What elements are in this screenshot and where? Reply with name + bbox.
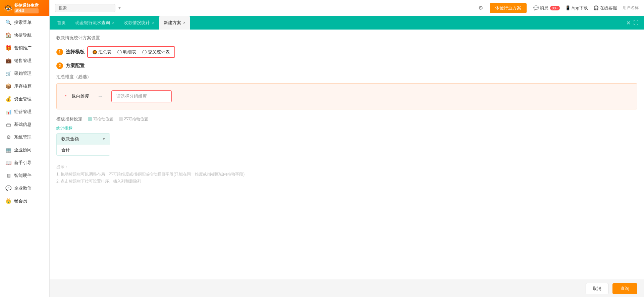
sidebar-item-label: 新手引导: [14, 160, 32, 166]
sidebar-item-label: 基础信息: [14, 121, 32, 128]
sidebar-item-smart-hw[interactable]: 🖥 智能硬件: [0, 169, 49, 182]
sidebar-item-marketing[interactable]: 🎁 营销推广: [0, 42, 49, 54]
template-detail-label: 明细表: [123, 49, 136, 55]
tip-item-2: 2. 点击标题栏下拉可设置排序、插入列和删除列: [56, 178, 637, 185]
nondraggable-badge: 不可拖动位置: [119, 116, 148, 122]
sidebar-item-enterprise[interactable]: 🏢 企业协同: [0, 144, 49, 156]
cancel-button[interactable]: 取消: [586, 283, 608, 294]
nondraggable-label: 不可拖动位置: [124, 116, 148, 122]
bottom-bar: 取消 查询: [50, 280, 644, 297]
metrics-table: 收款金额 ▾ 合计: [56, 133, 110, 156]
template-detail-option[interactable]: 明细表: [117, 49, 136, 55]
tab-bank-flow-close[interactable]: ×: [112, 20, 114, 25]
template-cross-label: 交叉统计表: [148, 49, 170, 55]
metrics-group-label: 统计指标: [56, 126, 637, 131]
username-display: 用户名称: [623, 5, 639, 11]
chat-icon: 💬: [5, 185, 11, 191]
sidebar-item-label: 搜索菜单: [14, 19, 32, 26]
metrics-chevron-icon[interactable]: ▾: [103, 137, 105, 141]
dimension-row: * 纵向维度 → 请选择分组维度: [65, 90, 629, 102]
tab-home[interactable]: 首页: [52, 16, 70, 30]
sidebar-item-label: 快捷导航: [14, 32, 32, 38]
metrics-header: 模板指标设定 可拖动位置 不可拖动位置: [56, 116, 637, 122]
close-window-button[interactable]: ✕: [626, 20, 631, 26]
headset-icon: 🎧: [593, 5, 599, 10]
tab-receipt-stats-close[interactable]: ×: [152, 20, 154, 25]
main-area: ▼ ⚙ 体验行业方案 💬 消息 99+ 📱 App下载 🎧 在线客服 用户名称 …: [50, 0, 644, 297]
template-cross-option[interactable]: 交叉统计表: [142, 49, 170, 55]
sidebar-item-label: 资金管理: [14, 96, 32, 102]
tab-new-plan-close[interactable]: ×: [183, 20, 185, 25]
template-summary-radio[interactable]: [93, 50, 97, 54]
sidebar-item-label: 企业协同: [14, 147, 32, 153]
logo-badge: 标准版: [14, 8, 39, 13]
monitor-icon: 🖥: [5, 173, 11, 179]
step1-badge: 1: [56, 49, 63, 55]
sidebar-item-funds[interactable]: 💰 资金管理: [0, 93, 49, 105]
sidebar-item-operations[interactable]: 📊 经营管理: [0, 105, 49, 118]
online-service-item[interactable]: 🎧 在线客服: [593, 5, 617, 11]
dimension-select[interactable]: 请选择分组维度: [111, 90, 172, 102]
tabbar: 首页 现金银行流水查询 × 收款情况统计 × 新建方案 × ✕ ⛶: [50, 16, 644, 30]
notification-badge: 99+: [550, 6, 560, 10]
sidebar-logo: 🐯 畅捷通好生意 标准版: [0, 0, 49, 16]
template-detail-radio[interactable]: [117, 50, 122, 54]
sidebar-item-inventory[interactable]: 📦 库存核算: [0, 80, 49, 93]
sidebar-item-label: 系统管理: [14, 134, 32, 140]
settings-icon[interactable]: ⚙: [478, 5, 483, 11]
draggable-indicator: [88, 117, 92, 121]
cart-icon: 🛒: [5, 70, 11, 77]
tab-receipt-stats[interactable]: 收款情况统计 ×: [119, 16, 159, 30]
sidebar-item-guide[interactable]: 📖 新手引导: [0, 156, 49, 169]
message-icon: 💬: [533, 5, 539, 10]
query-button[interactable]: 查询: [612, 283, 637, 294]
dimension-title: 汇总维度（必选）: [56, 74, 637, 80]
step2-label: 方案配置: [66, 63, 85, 69]
sidebar-item-sales[interactable]: 💼 销售管理: [0, 54, 49, 67]
db-icon: 🗃: [5, 122, 11, 128]
sidebar-item-search-menu[interactable]: 🔍 搜索菜单: [0, 16, 49, 29]
tab-home-label: 首页: [57, 20, 66, 26]
step1-label: 选择模板: [66, 49, 85, 55]
metrics-table-header[interactable]: 收款金额 ▾: [57, 134, 110, 144]
app-download-item[interactable]: 📱 App下载: [565, 5, 588, 11]
tab-new-plan-label: 新建方案: [164, 20, 181, 26]
sidebar-item-wechat[interactable]: 💬 企业微信: [0, 182, 49, 195]
maximize-window-button[interactable]: ⛶: [633, 20, 639, 26]
template-summary-option[interactable]: 汇总表: [93, 49, 111, 55]
template-cross-radio[interactable]: [142, 50, 147, 54]
sidebar-item-label: 企业微信: [14, 185, 32, 191]
sales-icon: 💼: [5, 58, 11, 64]
sidebar-item-sys-mgmt[interactable]: ⚙ 系统管理: [0, 131, 49, 144]
sidebar-item-purchase[interactable]: 🛒 采购管理: [0, 67, 49, 80]
config-section: 汇总维度（必选） * 纵向维度 → 请选择分组维度 模板指标设定: [56, 74, 637, 185]
industry-solution-button[interactable]: 体验行业方案: [490, 3, 527, 13]
crown-icon: 👑: [5, 198, 11, 204]
search-icon: 🔍: [5, 19, 11, 26]
logo-icon: 🐯: [4, 4, 12, 12]
tab-bank-flow[interactable]: 现金银行流水查询 ×: [70, 16, 119, 30]
tab-receipt-stats-label: 收款情况统计: [124, 20, 150, 26]
search-input[interactable]: [55, 4, 115, 12]
sidebar-item-label: 采购管理: [14, 70, 32, 77]
sidebar-item-base-info[interactable]: 🗃 基础信息: [0, 118, 49, 131]
box-icon: 📦: [5, 83, 11, 89]
home-icon: 🏠: [5, 32, 11, 38]
sidebar: 🐯 畅捷通好生意 标准版 🔍 搜索菜单 🏠 快捷导航 🎁 营销推广 💼 销售管理…: [0, 0, 50, 297]
dropdown-arrow-icon[interactable]: ▼: [117, 5, 122, 10]
draggable-badge: 可拖动位置: [88, 116, 113, 122]
money-icon: 💰: [5, 96, 11, 102]
gear-icon: ⚙: [5, 134, 11, 140]
dimension-placeholder: 请选择分组维度: [116, 94, 147, 99]
tab-new-plan[interactable]: 新建方案 ×: [159, 16, 190, 30]
gift-icon: 🎁: [5, 45, 11, 51]
sidebar-item-quick-nav[interactable]: 🏠 快捷导航: [0, 29, 49, 42]
step2-header: 2 方案配置: [56, 62, 637, 69]
topbar-search-area: ▼: [55, 4, 472, 12]
tab-bank-flow-label: 现金银行流水查询: [75, 20, 110, 26]
sidebar-item-member[interactable]: 👑 畅会员: [0, 195, 49, 207]
notification-item[interactable]: 💬 消息 99+: [533, 5, 560, 11]
sidebar-item-label: 智能硬件: [14, 172, 32, 179]
sidebar-item-label: 经营管理: [14, 109, 32, 115]
metrics-header-cell-label: 收款金额: [61, 136, 79, 142]
